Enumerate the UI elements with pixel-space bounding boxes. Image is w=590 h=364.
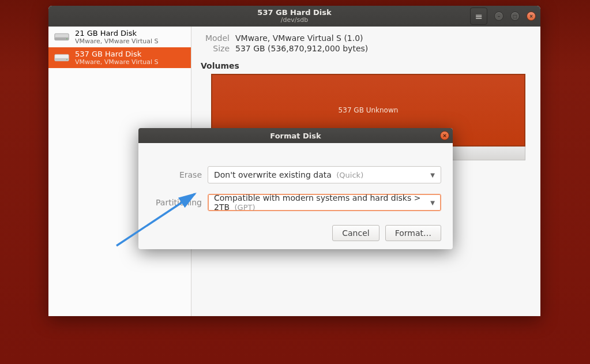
title-subtext: /dev/sdb — [48, 17, 540, 24]
window-title: 537 GB Hard Disk /dev/sdb — [48, 9, 540, 24]
svg-point-5 — [66, 59, 67, 60]
cancel-button[interactable]: Cancel — [332, 225, 379, 241]
disk-title: 21 GB Hard Disk — [75, 29, 159, 37]
chevron-down-icon: ▼ — [430, 172, 435, 178]
hard-disk-icon — [54, 52, 69, 63]
partitioning-suffix: (GPT) — [235, 203, 255, 212]
model-label: Model — [201, 33, 230, 43]
minimize-icon: – — [498, 14, 500, 19]
maximize-icon: □ — [513, 14, 517, 19]
disk-subtitle: VMware, VMware Virtual S — [75, 58, 159, 66]
dialog-titlebar: Format Disk × — [138, 128, 453, 143]
size-value: 537 GB (536,870,912,000 bytes) — [235, 44, 368, 53]
partitioning-select[interactable]: Compatible with modern systems and hard … — [208, 194, 441, 211]
model-value: VMware, VMware Virtual S (1.0) — [235, 33, 363, 43]
close-button[interactable]: × — [527, 12, 536, 21]
close-icon: × — [529, 14, 533, 19]
disk-title: 537 GB Hard Disk — [75, 50, 159, 58]
svg-point-2 — [66, 38, 67, 39]
erase-suffix: (Quick) — [336, 171, 363, 179]
volume-block-text: 537 GB Unknown — [339, 106, 399, 114]
format-disk-dialog: Format Disk × Erase Don't overwrite exis… — [138, 128, 453, 249]
hamburger-icon: ≡ — [475, 12, 483, 20]
erase-value: Don't overwrite existing data — [214, 170, 332, 179]
volumes-heading: Volumes — [201, 61, 531, 70]
titlebar: 537 GB Hard Disk /dev/sdb ≡ – □ × — [48, 6, 540, 27]
format-button[interactable]: Format… — [385, 225, 441, 241]
sidebar-item-disk-1[interactable]: 537 GB Hard Disk VMware, VMware Virtual … — [48, 47, 191, 68]
maximize-button[interactable]: □ — [510, 12, 520, 21]
sidebar-item-disk-0[interactable]: 21 GB Hard Disk VMware, VMware Virtual S — [48, 27, 191, 47]
hard-disk-icon — [54, 31, 69, 43]
erase-select[interactable]: Don't overwrite existing data (Quick) ▼ — [208, 166, 441, 183]
title-text: 537 GB Hard Disk — [48, 9, 540, 17]
chevron-down-icon: ▼ — [430, 200, 435, 206]
disk-subtitle: VMware, VMware Virtual S — [75, 37, 159, 45]
minimize-button[interactable]: – — [494, 12, 503, 21]
partitioning-label: Partitioning — [150, 198, 202, 207]
close-icon: × — [442, 133, 447, 138]
erase-label: Erase — [150, 170, 202, 179]
menu-button[interactable]: ≡ — [470, 7, 487, 25]
dialog-title-text: Format Disk — [270, 132, 321, 140]
dialog-close-button[interactable]: × — [440, 131, 449, 140]
size-label: Size — [201, 44, 230, 53]
